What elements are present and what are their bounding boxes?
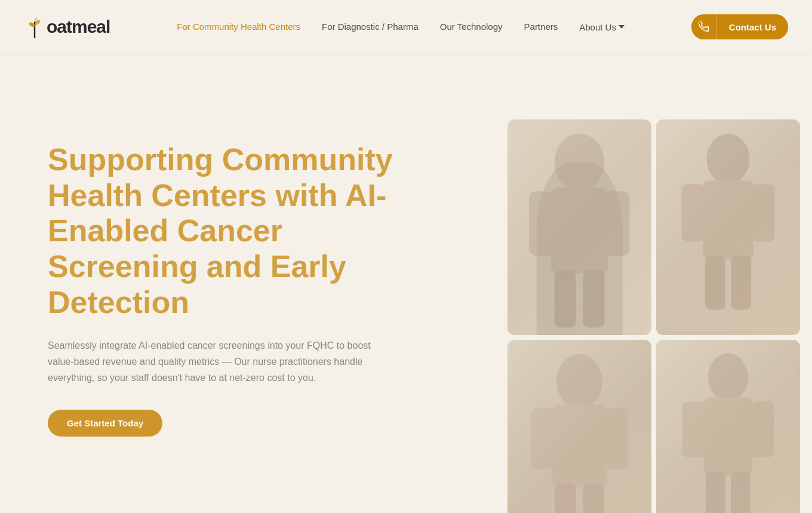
svg-rect-1 <box>550 188 608 274</box>
svg-point-18 <box>708 353 748 400</box>
logo-area[interactable]: oatmeal <box>24 15 110 39</box>
svg-rect-10 <box>705 256 725 309</box>
svg-rect-23 <box>731 472 750 513</box>
contact-button-label: Contact Us <box>717 14 788 39</box>
nav-item-partners[interactable]: Partners <box>524 21 558 32</box>
svg-rect-5 <box>583 270 605 327</box>
svg-rect-2 <box>529 191 554 256</box>
hero-image-4 <box>656 340 800 514</box>
nav-item-community[interactable]: For Community Health Centers <box>177 21 300 32</box>
hero-section: Supporting Community Health Centers with… <box>0 54 812 513</box>
svg-rect-11 <box>731 256 751 309</box>
nav-link-pharma[interactable]: For Diagnostic / Pharma <box>322 21 419 32</box>
svg-rect-15 <box>605 408 628 469</box>
nav-item-technology[interactable]: Our Technology <box>440 21 503 32</box>
nav-link-community[interactable]: For Community Health Centers <box>177 21 300 32</box>
svg-rect-17 <box>583 483 604 513</box>
svg-point-12 <box>556 354 602 408</box>
svg-rect-16 <box>555 483 576 513</box>
svg-rect-4 <box>554 270 576 327</box>
svg-rect-9 <box>752 184 774 241</box>
svg-rect-13 <box>552 404 607 487</box>
svg-point-6 <box>706 134 749 184</box>
svg-rect-20 <box>682 401 705 457</box>
phone-icon <box>699 21 709 32</box>
svg-rect-8 <box>681 184 704 241</box>
contact-button[interactable]: Contact Us <box>691 14 788 39</box>
nav-link-about[interactable]: About Us <box>579 22 625 32</box>
nav-link-technology[interactable]: Our Technology <box>440 21 503 32</box>
svg-rect-19 <box>704 397 753 475</box>
hero-content: Supporting Community Health Centers with… <box>48 142 418 437</box>
hero-title: Supporting Community Health Centers with… <box>48 142 418 321</box>
navbar: oatmeal For Community Health Centers For… <box>0 0 812 54</box>
hero-image-2 <box>656 119 800 335</box>
svg-rect-7 <box>703 180 753 259</box>
svg-point-0 <box>554 134 604 191</box>
nav-item-about[interactable]: About Us <box>579 22 625 32</box>
logo-text: oatmeal <box>47 17 110 37</box>
svg-rect-14 <box>531 408 553 469</box>
hero-cta-button[interactable]: Get Started Today <box>48 410 162 437</box>
svg-rect-21 <box>751 401 774 457</box>
chevron-down-icon <box>619 25 625 29</box>
nav-link-partners[interactable]: Partners <box>524 21 558 32</box>
hero-image-1 <box>508 119 651 335</box>
svg-rect-3 <box>605 191 630 256</box>
nav-item-pharma[interactable]: For Diagnostic / Pharma <box>322 21 419 32</box>
hero-image-grid <box>496 107 812 513</box>
phone-icon-wrapper <box>691 14 716 39</box>
hero-subtitle: Seamlessly integrate AI-enabled cancer s… <box>48 337 382 386</box>
logo-icon <box>24 15 45 39</box>
hero-image-3 <box>508 340 651 514</box>
nav-links: For Community Health Centers For Diagnos… <box>177 21 625 32</box>
svg-rect-22 <box>706 472 725 513</box>
